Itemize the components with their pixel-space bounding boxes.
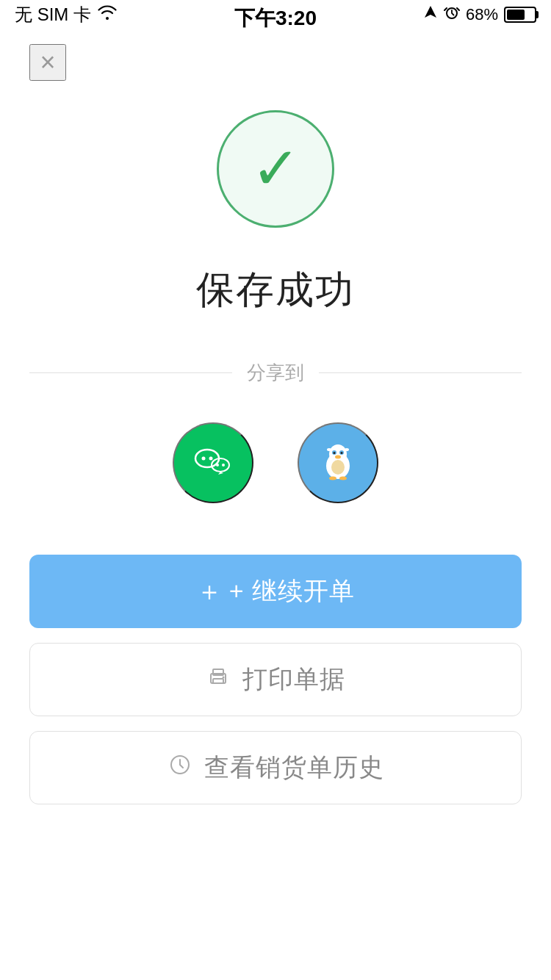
no-sim-label: 无 SIM 卡 xyxy=(15,3,91,26)
qq-share-button[interactable] xyxy=(298,422,378,503)
svg-point-6 xyxy=(222,464,225,466)
close-button[interactable]: × xyxy=(29,44,66,81)
wifi-icon xyxy=(97,4,118,25)
svg-point-3 xyxy=(209,457,213,461)
close-icon: × xyxy=(40,49,55,76)
svg-rect-21 xyxy=(213,679,223,683)
success-circle: ✓ xyxy=(217,110,334,228)
main-content: × ✓ 保存成功 分享到 xyxy=(0,29,551,834)
svg-point-18 xyxy=(345,448,349,451)
svg-point-15 xyxy=(329,477,336,480)
history-icon xyxy=(168,752,192,783)
history-label: 查看销货单历史 xyxy=(204,751,384,785)
qq-icon xyxy=(314,439,361,486)
status-left: 无 SIM 卡 xyxy=(15,3,118,26)
status-bar: 无 SIM 卡 下午3:20 68% xyxy=(0,0,551,29)
divider-line-right xyxy=(319,372,522,373)
action-buttons: ＋ + 继续开单 打印单据 查看销货单历史 xyxy=(29,555,522,804)
divider-line-left xyxy=(29,372,232,373)
share-divider: 分享到 xyxy=(29,360,522,386)
plus-icon: ＋ xyxy=(196,574,223,610)
svg-point-1 xyxy=(195,450,219,467)
svg-point-16 xyxy=(339,477,347,480)
success-title: 保存成功 xyxy=(196,264,355,316)
print-label: 打印单据 xyxy=(242,663,345,696)
print-icon xyxy=(206,664,231,695)
svg-point-14 xyxy=(331,460,345,475)
share-icons xyxy=(173,422,378,503)
history-button[interactable]: 查看销货单历史 xyxy=(29,731,522,804)
location-icon xyxy=(423,4,438,25)
battery-percent: 68% xyxy=(466,5,498,24)
wechat-share-button[interactable] xyxy=(173,422,253,503)
svg-point-12 xyxy=(341,452,343,454)
status-time: 下午3:20 xyxy=(234,4,317,32)
share-label: 分享到 xyxy=(247,360,304,386)
svg-point-22 xyxy=(223,677,225,679)
print-button[interactable]: 打印单据 xyxy=(29,643,522,716)
svg-point-17 xyxy=(327,448,331,451)
battery-icon xyxy=(504,7,536,23)
svg-point-2 xyxy=(202,457,206,461)
svg-point-11 xyxy=(334,452,336,454)
status-right: 68% xyxy=(423,4,536,25)
svg-point-5 xyxy=(216,464,219,466)
continue-order-label: + 继续开单 xyxy=(229,574,355,608)
svg-point-13 xyxy=(335,455,341,459)
wechat-icon xyxy=(190,439,237,486)
alarm-icon xyxy=(444,4,460,25)
checkmark-icon: ✓ xyxy=(251,140,300,198)
continue-order-button[interactable]: ＋ + 继续开单 xyxy=(29,555,522,628)
